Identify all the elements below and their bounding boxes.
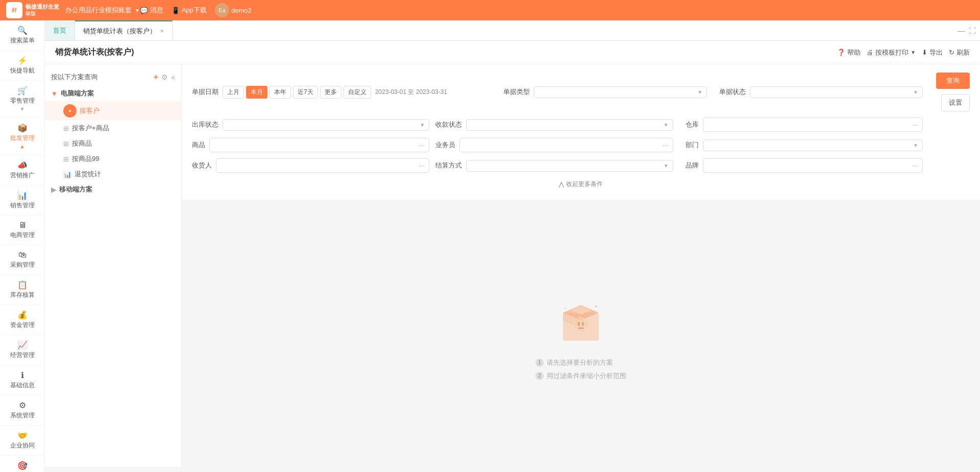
sidebar-item-retail[interactable]: 🛒 零售管理 ▼ (0, 81, 44, 118)
sidebar-item-ecommerce[interactable]: 🖥 电商管理 (0, 216, 44, 245)
sidebar-item-quicknav[interactable]: ⚡ 快捷导航 (0, 51, 44, 81)
filter-item-goods: 商品 ··· (192, 138, 429, 152)
scheme-settings-icon[interactable]: ⚙ (161, 73, 168, 81)
tree-item-by-customer-goods[interactable]: ⊞ 按客户+商品 (45, 121, 181, 136)
sidebar-label-retail: 零售管理 (2, 97, 42, 105)
filter-item-order-type: 单据类型 ▼ (497, 86, 713, 98)
message-icon: 💬 (140, 7, 148, 14)
app-download-btn[interactable]: 📱 App下载 (172, 6, 207, 15)
tree-item-by-goods99[interactable]: ⊞ 按商品99 (45, 151, 181, 167)
sidebar-item-search[interactable]: 🔍 搜索菜单 (0, 20, 44, 51)
receipt-status-input[interactable]: ▼ (466, 119, 673, 131)
sidebar-item-system[interactable]: ⚙ 系统管理 (0, 395, 44, 426)
empty-hint-2: 2 用过滤条件来缩小分析范围 (535, 371, 626, 381)
date-btn-7days[interactable]: 近7天 (293, 86, 318, 99)
tree-expand-icon: ▼ (51, 90, 58, 98)
sidebar-item-sales[interactable]: 📊 销售管理 (0, 185, 44, 216)
quicknav-icon: ⚡ (2, 56, 42, 65)
add-scheme-btn[interactable]: + (154, 73, 158, 82)
goods-label: 商品 (192, 140, 205, 150)
action-col: 查询 设置 (929, 73, 970, 111)
settings-btn[interactable]: 设置 (941, 94, 970, 111)
sidebar-label-finance: 资金管理 (2, 321, 42, 329)
grid-icon-3: ⊞ (63, 155, 69, 163)
marketing-icon: 📣 (2, 160, 42, 170)
brand-input[interactable]: ··· (703, 158, 923, 173)
filter-item-brand: 品牌 ··· (679, 158, 929, 173)
sidebar-item-wholesale[interactable]: 📦 批发管理 ▲ (0, 118, 44, 155)
warehouse-input[interactable]: ··· (703, 117, 923, 132)
sidebar: 🔍 搜索菜单 ⚡ 快捷导航 🛒 零售管理 ▼ 📦 批发管理 ▲ 📣 营销推广 (0, 20, 45, 472)
right-content: 单据日期 上月 本月 本年 近7天 更多 自定义 (182, 64, 980, 467)
tab-home[interactable]: 首页 (45, 20, 75, 40)
help-btn[interactable]: ❓ 帮助 (837, 48, 861, 57)
date-btn-more[interactable]: 更多 (320, 86, 341, 99)
print-btn[interactable]: 🖨 按模板打印 ▼ (867, 48, 916, 57)
sidebar-item-guide[interactable]: 🎯 新手引导 (0, 456, 44, 472)
collapse-area: ⋀ 收起更多条件 (192, 177, 970, 192)
sidebar-label-sales: 销售管理 (2, 201, 42, 210)
sidebar-item-purchase[interactable]: 🛍 采购管理 (0, 245, 44, 275)
tree-group-pc[interactable]: ▼ 电脑端方案 (45, 86, 181, 101)
collapse-panel-icon[interactable]: « (171, 73, 175, 81)
sidebar-label-wholesale: 批发管理 (2, 134, 42, 143)
system-icon: ⚙ (2, 400, 42, 410)
sidebar-label-system: 系统管理 (2, 411, 42, 420)
dept-input[interactable]: ▼ (703, 139, 923, 151)
tree-group-pc-label: 电脑端方案 (61, 89, 94, 98)
tree-item-return-stats[interactable]: 📊 退货统计 (45, 167, 181, 182)
tree-group-mobile[interactable]: ▶ 移动端方案 (45, 182, 181, 197)
empty-svg-icon (550, 287, 611, 348)
collapse-btn[interactable]: ⋀ 收起更多条件 (192, 177, 970, 192)
search-icon: 🔍 (2, 26, 42, 35)
sidebar-item-marketing[interactable]: 📣 营销推广 (0, 155, 44, 185)
tree-item-by-customer[interactable]: ● 按客户 (45, 101, 181, 121)
page-content: 销货单统计表(按客户) ❓ 帮助 🖨 按模板打印 ▼ ⬇ (45, 41, 980, 472)
grid-icon-1: ⊞ (63, 125, 69, 132)
sidebar-label-quicknav: 快捷导航 (2, 66, 42, 75)
export-btn[interactable]: ⬇ 导出 (922, 48, 943, 57)
sidebar-item-collab[interactable]: 🤝 企业协同 (0, 426, 44, 456)
refresh-btn[interactable]: ↻ 刷新 (949, 48, 970, 57)
tab-sales-stats[interactable]: 销货单统计表（按客户） × (75, 20, 173, 40)
filter-item-warehouse: 仓库 ··· (679, 117, 929, 132)
tab-expand-btn[interactable]: ⛶ (969, 27, 976, 35)
order-type-chevron-icon: ▼ (697, 89, 702, 95)
out-status-input[interactable]: ▼ (223, 119, 429, 131)
goods-input[interactable]: ··· (209, 138, 429, 152)
sidebar-item-operations[interactable]: 📈 经营管理 (0, 335, 44, 365)
sidebar-item-finance[interactable]: 💰 资金管理 (0, 305, 44, 335)
receiver-input[interactable]: ··· (216, 158, 429, 173)
operations-icon: 📈 (2, 340, 42, 350)
date-btn-prev-month[interactable]: 上月 (223, 86, 244, 99)
staff-input[interactable]: ··· (459, 138, 673, 152)
date-btn-this-year[interactable]: 本年 (270, 86, 291, 99)
user-profile-btn[interactable]: Ea demo2 (215, 3, 252, 17)
help-icon: ❓ (837, 49, 845, 56)
account-dropdown[interactable]: 办公用品行业模拟账套 ▼ (59, 6, 140, 15)
order-type-label: 单据类型 (503, 87, 530, 97)
query-btn[interactable]: 查询 (936, 73, 970, 89)
date-btn-this-month[interactable]: 本月 (246, 86, 267, 99)
settlement-input[interactable]: ▼ (466, 160, 673, 172)
tab-minimize-btn[interactable]: — (958, 27, 965, 35)
tree-item-goods-label: 按商品 (72, 139, 92, 148)
tree-group-mobile-label: 移动端方案 (59, 185, 92, 194)
sidebar-item-inventory[interactable]: 📋 库存核算 (0, 275, 44, 305)
main-layout: 🔍 搜索菜单 ⚡ 快捷导航 🛒 零售管理 ▼ 📦 批发管理 ▲ 📣 营销推广 (0, 20, 980, 472)
left-panel: 按以下方案查询 + ⚙ « ▼ 电脑端方案 (45, 64, 182, 467)
sidebar-label-basic-info: 基础信息 (2, 381, 42, 390)
order-status-chevron-icon: ▼ (913, 89, 918, 95)
order-type-input[interactable]: ▼ (534, 86, 707, 98)
filter-item-settlement: 结算方式 ▼ (429, 160, 679, 172)
sidebar-item-basic-info[interactable]: ℹ 基础信息 (0, 365, 44, 395)
tab-close-btn[interactable]: × (160, 28, 164, 35)
receipt-status-label: 收款状态 (435, 120, 462, 129)
date-btn-custom[interactable]: 自定义 (344, 86, 371, 99)
tree-item-by-goods[interactable]: ⊞ 按商品 (45, 136, 181, 151)
chart-icon: 📊 (63, 171, 71, 178)
message-btn[interactable]: 💬 消息 (140, 6, 163, 15)
date-label: 单据日期 (192, 87, 218, 97)
order-status-input[interactable]: ▼ (750, 86, 923, 98)
collapse-chevron-icon: ⋀ (559, 181, 564, 188)
